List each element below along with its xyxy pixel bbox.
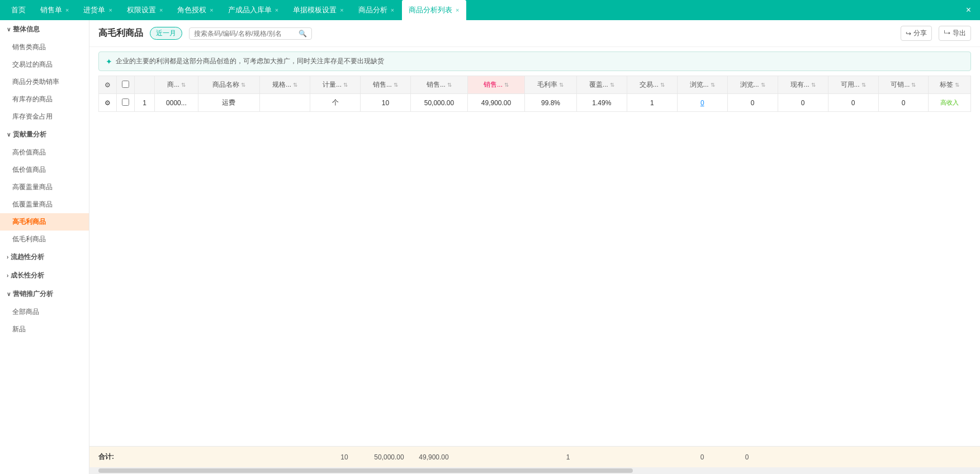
col-header-transaction[interactable]: 交易... ⇅ [627,76,677,94]
nav-tab-analysis-list[interactable]: 商品分析列表 × [402,0,466,20]
col-header-code[interactable]: 商... ⇅ [155,76,198,94]
sidebar-item-stock-capital[interactable]: 库存资金占用 [0,108,89,125]
chevron-down-icon: ∨ [7,132,11,138]
sidebar-item-low-coverage[interactable]: 低覆盖量商品 [0,196,89,213]
cell-sales-amount: 50,000.00 [410,94,467,112]
sidebar-group-marketing[interactable]: ∨ 营销推广分析 [0,285,89,303]
nav-tab-analysis[interactable]: 商品分析 × [352,0,401,20]
search-input[interactable] [194,30,295,37]
sort-icon: ⇅ [761,82,765,88]
sidebar-group-trend[interactable]: › 流趋性分析 [0,248,89,266]
sidebar-item-sales-goods[interactable]: 销售类商品 [0,39,89,56]
col-header-settings[interactable]: ⚙ [99,76,117,94]
content-header: 高毛利商品 近一月 🔍 ↪ 分享 ⮡ 导出 [89,20,980,47]
cell-tag: 高收入 [929,94,971,112]
footer-cell-empty8 [635,453,680,461]
footer-cells: 10 50,000.00 49,900.00 1 0 0 [143,453,971,461]
filter-recent-month-button[interactable]: 近一月 [150,27,182,40]
sidebar-item-high-value[interactable]: 高价值商品 [0,144,89,161]
sidebar-item-in-stock[interactable]: 有库存的商品 [0,91,89,108]
sidebar-collapse-button[interactable]: « [89,236,89,259]
cell-code: 0000... [155,94,198,112]
page-title: 高毛利商品 [98,27,143,39]
nav-tab-sales[interactable]: 销售单 × [34,0,75,20]
footer-cell-sales-amount: 50,000.00 [367,453,411,461]
nav-tab-template[interactable]: 单据模板设置 × [286,0,350,20]
sidebar-item-category-rate[interactable]: 商品分类助销率 [0,73,89,91]
sidebar-item-low-value[interactable]: 低价值商品 [0,161,89,179]
col-header-current-stock[interactable]: 现有... ⇅ [778,76,828,94]
col-header-name[interactable]: 商品名称 ⇅ [198,76,259,94]
info-icon: ✦ [106,57,112,66]
close-icon[interactable]: × [65,7,69,13]
col-header-index [135,76,155,94]
info-bar: ✦ 企业的主要的利润都是这部分商品创造的，可考虑加大推广，同时关注库存是不要出现… [98,51,971,71]
sidebar-item-traded-goods[interactable]: 交易过的商品 [0,56,89,73]
sidebar-item-high-margin[interactable]: 高毛利商品 [0,213,89,231]
sort-icon: ⇅ [711,82,715,88]
row-checkbox[interactable] [122,98,129,106]
close-icon[interactable]: × [391,7,394,13]
col-header-spec[interactable]: 规格... ⇅ [260,76,310,94]
window-close-button[interactable]: × [962,5,976,15]
nav-tab-home[interactable]: 首页 [4,0,32,20]
footer-cell-empty7 [590,453,635,461]
share-button[interactable]: ↪ 分享 [901,26,932,41]
sidebar-group-overall[interactable]: ∨ 整体信息 [0,20,89,39]
col-header-margin-rate[interactable]: 毛利率 ⇅ [525,76,577,94]
footer-cell-empty1 [143,453,188,461]
nav-tab-purchase[interactable]: 进货单 × [77,0,119,20]
sidebar-item-low-margin[interactable]: 低毛利商品 [0,231,89,248]
sort-icon: ⇅ [610,82,614,88]
cell-settings[interactable]: ⚙ [99,94,117,112]
col-header-unit[interactable]: 计量... ⇅ [310,76,361,94]
close-icon[interactable]: × [108,7,112,13]
cell-sellable: 0 [878,94,929,112]
nav-tab-permission[interactable]: 权限设置 × [120,0,169,20]
sort-icon: ⇅ [955,82,959,88]
footer-cell-empty2 [188,453,233,461]
search-icon[interactable]: 🔍 [299,30,307,37]
share-icon: ↪ [906,30,911,37]
select-all-checkbox[interactable] [122,81,129,88]
sort-icon: ⇅ [293,82,297,88]
export-button[interactable]: ⮡ 导出 [939,26,971,41]
sidebar-item-all-goods[interactable]: 全部商品 [0,303,89,321]
sidebar-item-high-coverage[interactable]: 高覆盖量商品 [0,179,89,196]
cell-index: 1 [135,94,155,112]
col-header-available[interactable]: 可用... ⇅ [828,76,878,94]
close-icon[interactable]: × [340,7,343,13]
scrollbar-thumb[interactable] [98,468,633,473]
cell-sales-profit: 49,900.00 [467,94,524,112]
col-header-sales-qty[interactable]: 销售... ⇅ [360,76,410,94]
cell-transaction: 1 [627,94,677,112]
col-header-browse2[interactable]: 浏览... ⇅ [727,76,778,94]
sort-icon: ⇅ [559,82,564,88]
close-icon[interactable]: × [210,7,213,13]
cell-coverage: 1.49% [576,94,627,112]
nav-tab-role[interactable]: 角色授权 × [171,0,220,20]
col-header-checkbox[interactable] [117,76,135,94]
nav-tab-production[interactable]: 产成品入库单 × [221,0,285,20]
col-header-sellable[interactable]: 可销... ⇅ [878,76,929,94]
sidebar-item-new-goods[interactable]: 新品 [0,321,89,338]
close-icon[interactable]: × [275,7,278,13]
horizontal-scrollbar[interactable] [89,467,980,474]
close-icon[interactable]: × [456,7,459,13]
close-icon[interactable]: × [159,7,163,13]
col-header-sales-profit[interactable]: 销售... ⇅ [467,76,524,94]
cell-browse1[interactable]: 0 [677,94,727,112]
sidebar-group-growth[interactable]: › 成长性分析 [0,266,89,285]
sort-icon: ⇅ [447,82,452,88]
sort-icon: ⇅ [811,82,816,88]
col-header-coverage[interactable]: 覆盖... ⇅ [576,76,627,94]
cell-checkbox[interactable] [117,94,135,112]
sidebar-group-contribution[interactable]: ∨ 贡献量分析 [0,125,89,144]
sidebar: ∨ 整体信息 销售类商品 交易过的商品 商品分类助销率 有库存的商品 库存资金占… [0,20,89,474]
footer-cell-sales-profit: 49,900.00 [411,453,456,461]
col-header-sales-amount[interactable]: 销售... ⇅ [410,76,467,94]
sort-icon: ⇅ [394,82,398,88]
cell-browse2: 0 [727,94,778,112]
col-header-browse1[interactable]: 浏览... ⇅ [677,76,727,94]
col-header-tag[interactable]: 标签 ⇅ [929,76,971,94]
